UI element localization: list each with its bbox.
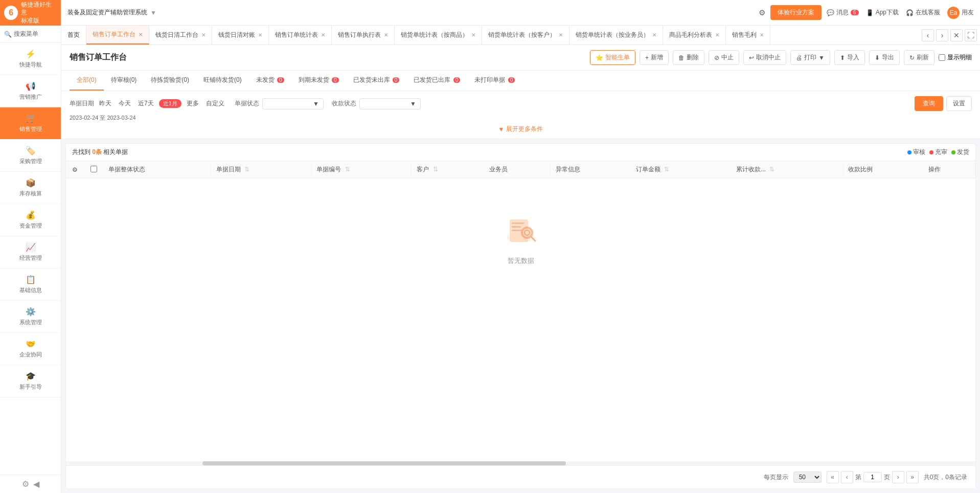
sidebar-search[interactable]: 🔍 搜索菜单 (0, 26, 61, 43)
expand-button[interactable]: ▼ 展开更多条件 (498, 125, 543, 133)
col-collected[interactable]: 累计收款... ⇅ (731, 161, 842, 178)
date-opt-more[interactable]: 更多 (185, 98, 201, 109)
sub-tab-shipped-out[interactable]: 已发货已出库 0 (406, 71, 467, 91)
horizontal-scrollbar[interactable] (66, 461, 975, 465)
sub-tab-not-shipped[interactable]: 未发货 0 (249, 71, 291, 91)
sub-tab-overdue-ship[interactable]: 到期未发货 0 (291, 71, 346, 91)
date-opt-today[interactable]: 今天 (117, 98, 133, 109)
stop-button[interactable]: ⊘ 中止 (709, 50, 739, 65)
delete-button[interactable]: 🗑 删除 (673, 50, 704, 65)
date-opt-yesterday[interactable]: 昨天 (97, 98, 113, 109)
prev-page-button[interactable]: ‹ (841, 471, 853, 483)
tab-home[interactable]: 首页 (61, 26, 86, 44)
tab-fullscreen-button[interactable]: ⛶ (965, 29, 977, 41)
tab-sales-profit-close[interactable]: ✕ (760, 32, 764, 38)
ship-action-button[interactable]: 发货 (951, 148, 969, 156)
tab-next-button[interactable]: › (936, 29, 948, 41)
tab-sales-exec[interactable]: 销售订单执行表 ✕ (332, 26, 395, 44)
sidebar-item-purchase[interactable]: 🏷️ 采购管理 (0, 140, 61, 172)
import-button[interactable]: ⬆ 导入 (834, 50, 865, 65)
col-amount[interactable]: 订单金额 ⇅ (630, 161, 731, 178)
sub-tab-shipped-no-out[interactable]: 已发货未出库 0 (346, 71, 407, 91)
add-button[interactable]: + 新增 (640, 50, 669, 65)
industry-plan-button[interactable]: 体验行业方案 (770, 5, 822, 20)
sub-tab-not-printed[interactable]: 未打印单据 0 (467, 71, 522, 91)
col-date-label: 单据日期 (216, 166, 241, 173)
sub-tab-pending-inspect[interactable]: 待拣货验货(0) (144, 71, 196, 91)
tab-sales-product-close[interactable]: ✕ (471, 32, 475, 38)
tab-sales-customer[interactable]: 销货单统计表（按客户） ✕ (482, 26, 569, 44)
tab-sales-profit[interactable]: 销售毛利 ✕ (726, 26, 770, 44)
tab-close-all-button[interactable]: ✕ (950, 29, 963, 41)
sub-tab-pending-review[interactable]: 待审核(0) (104, 71, 144, 91)
app-download-button[interactable]: 📱 App下载 (866, 8, 899, 17)
page-input[interactable] (863, 472, 882, 482)
per-page-select[interactable]: 50 100 200 (793, 472, 822, 483)
status-filter-select[interactable]: ▼ (262, 98, 324, 109)
header-settings-icon[interactable]: ⚙ (759, 8, 765, 17)
sidebar-item-operations[interactable]: 📈 经营管理 (0, 236, 61, 268)
last-page-button[interactable]: » (906, 471, 919, 483)
col-number[interactable]: 单据编号 ⇅ (311, 161, 412, 178)
review-action-button[interactable]: 审核 (907, 148, 925, 156)
tab-cash-daily-close[interactable]: ✕ (201, 32, 206, 38)
tab-cash-reconcile[interactable]: 钱货日清对账 ✕ (212, 26, 269, 44)
show-detail-checkbox[interactable] (939, 54, 945, 61)
tab-sales-order[interactable]: 销售订单工作台 ✕ (86, 26, 149, 44)
tab-cash-reconcile-close[interactable]: ✕ (258, 32, 262, 38)
refresh-button[interactable]: ↻ 刷新 (904, 50, 935, 65)
sidebar-item-marketing[interactable]: 📢 营销推广 (0, 75, 61, 107)
settings-bottom-icon[interactable]: ⚙ (22, 479, 29, 489)
print-button[interactable]: 🖨 打印 ▼ (790, 50, 830, 65)
tab-prev-button[interactable]: ‹ (922, 29, 934, 41)
tab-sales-staff[interactable]: 销货单统计表（按业务员） ✕ (569, 26, 663, 44)
sub-tab-all[interactable]: 全部(0) (70, 71, 104, 91)
tab-sales-stat[interactable]: 销售订单统计表 ✕ (269, 26, 332, 44)
header-title-dropdown[interactable]: ▼ (150, 9, 156, 16)
export-button[interactable]: ⬇ 导出 (869, 50, 900, 65)
first-page-button[interactable]: « (827, 471, 839, 483)
date-opt-1month[interactable]: 近1月 (159, 99, 181, 108)
tab-goods-margin-close[interactable]: ✕ (715, 32, 719, 38)
tab-sales-exec-close[interactable]: ✕ (384, 32, 388, 38)
tab-sales-stat-close[interactable]: ✕ (321, 32, 325, 38)
select-all-checkbox[interactable] (90, 166, 97, 172)
col-customer[interactable]: 客户 ⇅ (412, 161, 484, 178)
collapse-icon[interactable]: ◀ (33, 479, 39, 489)
date-opt-7days[interactable]: 近7天 (136, 98, 156, 109)
next-page-button[interactable]: › (892, 471, 904, 483)
sidebar-item-enterprise[interactable]: 🤝 企业协同 (0, 333, 61, 365)
date-opt-custom[interactable]: 自定义 (204, 98, 226, 109)
sub-tab-wangpu-pending[interactable]: 旺铺待发货(0) (196, 71, 249, 91)
setting-button[interactable]: 设置 (946, 96, 972, 111)
scrollbar-thumb[interactable] (202, 461, 566, 465)
uncheck-action-button[interactable]: 充审 (929, 148, 947, 156)
sidebar-item-base-info[interactable]: 📋 基础信息 (0, 268, 61, 301)
sidebar-item-newbie[interactable]: 🎓 新手引导 (0, 365, 61, 397)
tab-cash-daily[interactable]: 钱货日清工作台 ✕ (149, 26, 212, 44)
payment-filter-select[interactable]: ▼ (359, 98, 421, 109)
sidebar-item-sys-mgmt[interactable]: ⚙️ 系统管理 (0, 301, 61, 333)
tab-sales-staff-close[interactable]: ✕ (652, 32, 656, 38)
smart-create-button[interactable]: ⭐ 智能生单 (590, 50, 635, 65)
message-button[interactable]: 💬 消息 6 (827, 8, 859, 17)
tab-sales-customer-close[interactable]: ✕ (559, 32, 563, 38)
sidebar-item-sales[interactable]: 🛒 销售管理 (0, 107, 61, 140)
newbie-icon: 🎓 (26, 371, 36, 381)
col-date[interactable]: 单据日期 ⇅ (211, 161, 311, 178)
col-checkbox[interactable] (84, 161, 103, 178)
tab-goods-margin[interactable]: 商品毛利分析表 ✕ (663, 26, 726, 44)
cancel-stop-button[interactable]: ↩ 取消中止 (743, 50, 786, 65)
sidebar-item-finance[interactable]: 💰 资金管理 (0, 204, 61, 236)
tab-sales-order-close[interactable]: ✕ (139, 32, 143, 37)
user-info[interactable]: Ea 用友 (947, 7, 974, 19)
sidebar-item-quick-nav[interactable]: ⚡ 快捷导航 (0, 43, 61, 75)
col-settings[interactable]: ⚙ (66, 161, 84, 178)
online-service-button[interactable]: 🎧 在线客服 (906, 8, 940, 17)
header-title-text: 装备及固定资产辅助管理系统 (67, 8, 147, 17)
tab-sales-product[interactable]: 销货单统计表（按商品） ✕ (395, 26, 482, 44)
show-detail-checkbox-label[interactable]: 显示明细 (939, 53, 972, 62)
sidebar-item-inventory[interactable]: 📦 库存核算 (0, 172, 61, 204)
review-dot-icon (907, 150, 911, 154)
query-button[interactable]: 查询 (915, 96, 943, 111)
